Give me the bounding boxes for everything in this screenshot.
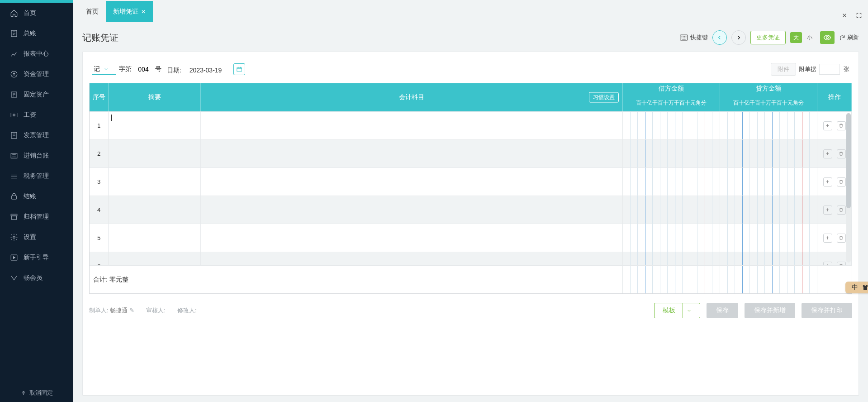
close-window-button[interactable]: [839, 10, 850, 21]
shortcut-label: 快捷键: [690, 34, 708, 42]
sidebar-item-home[interactable]: 首页: [0, 3, 73, 23]
table-row[interactable]: 6: [90, 252, 852, 265]
debit-cell[interactable]: [623, 168, 720, 196]
sidebar-item-label: 报表中心: [24, 50, 49, 58]
more-vouchers-button[interactable]: 更多凭证: [750, 31, 786, 44]
table-row[interactable]: 3: [90, 168, 852, 196]
abstract-cell[interactable]: [109, 196, 201, 224]
next-button[interactable]: [731, 30, 746, 45]
subject-cell[interactable]: [201, 168, 623, 196]
row-seq: 6: [90, 252, 109, 265]
insert-row-icon[interactable]: [823, 206, 832, 215]
size-small-button[interactable]: 小: [804, 32, 816, 43]
sidebar-item-invoice[interactable]: 发票管理: [0, 125, 73, 145]
abstract-cell[interactable]: [109, 168, 201, 196]
edit-icon[interactable]: ✎: [129, 307, 134, 314]
table-row[interactable]: 4: [90, 196, 852, 224]
attachment-button[interactable]: 附件: [771, 63, 796, 76]
subject-cell[interactable]: [201, 252, 623, 265]
debit-cell[interactable]: [623, 252, 720, 265]
abstract-cell[interactable]: [109, 224, 201, 252]
delete-row-icon[interactable]: [837, 234, 846, 243]
credit-cell[interactable]: [720, 252, 817, 265]
sidebar-item-label: 固定资产: [24, 91, 49, 99]
template-button[interactable]: 模板: [654, 303, 700, 318]
abstract-cell[interactable]: [109, 252, 201, 265]
credit-cell[interactable]: [720, 168, 817, 196]
sidebar-item-tax[interactable]: 税务管理: [0, 166, 73, 186]
subject-cell[interactable]: [201, 196, 623, 224]
sidebar-item-label: 工资: [24, 111, 36, 119]
credit-cell[interactable]: [720, 112, 817, 139]
credit-cell[interactable]: [720, 196, 817, 224]
sidebar-item-salary[interactable]: 工资: [0, 105, 73, 125]
word-suffix: 号: [155, 65, 161, 73]
calendar-icon[interactable]: [233, 63, 245, 75]
stock-icon: [10, 152, 18, 160]
chevron-down-icon[interactable]: [683, 303, 695, 318]
sidebar-item-guide[interactable]: 新手引导: [0, 247, 73, 268]
delete-row-icon[interactable]: [837, 121, 846, 130]
insert-row-icon[interactable]: [823, 262, 832, 266]
play-icon: [10, 254, 18, 262]
sidebar-item-ledger[interactable]: 总账: [0, 23, 73, 43]
refresh-button[interactable]: 刷新: [839, 34, 859, 42]
credit-cell[interactable]: [720, 140, 817, 168]
att-voucher-label: 附单据: [799, 65, 816, 73]
voucher-number-input[interactable]: [134, 66, 152, 73]
fullscreen-button[interactable]: [854, 10, 864, 21]
shortcut-button[interactable]: 快捷键: [680, 34, 708, 42]
sidebar-item-vip[interactable]: 畅会员: [0, 268, 73, 288]
delete-row-icon[interactable]: [837, 262, 846, 266]
delete-row-icon[interactable]: [837, 149, 846, 158]
abstract-cell[interactable]: [109, 140, 201, 168]
sidebar-item-settings[interactable]: 设置: [0, 227, 73, 247]
habit-settings-button[interactable]: 习惯设置: [589, 92, 619, 103]
close-icon[interactable]: ✕: [141, 9, 146, 15]
sidebar-item-fund[interactable]: 资金管理: [0, 64, 73, 84]
tab-new-voucher[interactable]: 新增凭证 ✕: [106, 1, 153, 22]
sidebar-item-asset[interactable]: 固定资产: [0, 84, 73, 105]
prev-button[interactable]: [712, 30, 727, 45]
table-row[interactable]: 5: [90, 224, 852, 252]
save-button[interactable]: 保存: [707, 303, 738, 318]
tab-home[interactable]: 首页: [79, 1, 106, 22]
save-print-button[interactable]: 保存并打印: [802, 303, 852, 318]
voucher-type-select[interactable]: 记: [92, 64, 116, 75]
unit-label: 张: [844, 65, 849, 73]
debit-cell[interactable]: [623, 140, 720, 168]
preview-button[interactable]: [820, 31, 835, 44]
gear-icon: [10, 233, 18, 241]
abstract-cell[interactable]: [109, 112, 201, 139]
sidebar-item-report[interactable]: 报表中心: [0, 43, 73, 64]
insert-row-icon[interactable]: [823, 234, 832, 243]
insert-row-icon[interactable]: [823, 149, 832, 158]
table-row[interactable]: 1: [90, 111, 852, 139]
debit-cell[interactable]: [623, 196, 720, 224]
row-seq: 5: [90, 224, 109, 252]
att-count-input[interactable]: [819, 64, 840, 75]
sidebar-unpin[interactable]: 取消固定: [0, 384, 73, 402]
debit-cell[interactable]: [623, 224, 720, 252]
sidebar-item-archive[interactable]: 归档管理: [0, 206, 73, 227]
delete-row-icon[interactable]: [837, 206, 846, 215]
th-subject: 会计科目 习惯设置: [201, 83, 623, 111]
insert-row-icon[interactable]: [823, 177, 832, 187]
row-seq: 1: [90, 112, 109, 139]
scrollbar[interactable]: [846, 113, 851, 263]
debit-cell[interactable]: [623, 112, 720, 139]
delete-row-icon[interactable]: [837, 177, 846, 187]
sidebar-item-label: 设置: [24, 233, 36, 241]
subject-cell[interactable]: [201, 224, 623, 252]
subject-cell[interactable]: [201, 140, 623, 168]
subject-cell[interactable]: [201, 112, 623, 139]
size-large-button[interactable]: 大: [790, 32, 802, 43]
credit-cell[interactable]: [720, 224, 817, 252]
save-new-button[interactable]: 保存并新增: [745, 303, 795, 318]
table-row[interactable]: 2: [90, 139, 852, 168]
insert-row-icon[interactable]: [823, 121, 832, 130]
sidebar-item-close[interactable]: 结账: [0, 186, 73, 206]
ime-badge[interactable]: 中: [845, 282, 868, 293]
sidebar-item-stock[interactable]: 进销台账: [0, 145, 73, 166]
date-value[interactable]: 2023-03-19: [187, 66, 225, 75]
